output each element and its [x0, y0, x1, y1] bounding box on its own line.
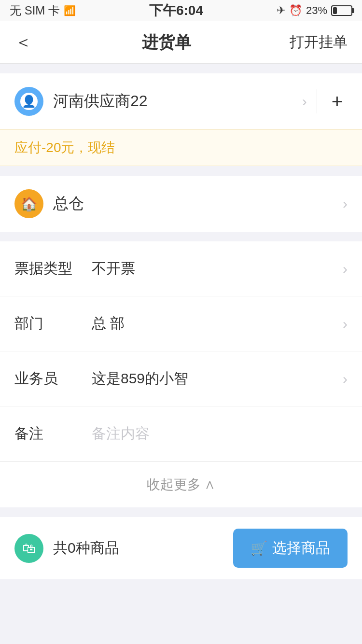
remark-label: 备注 [14, 424, 82, 444]
status-right: ✈ ⏰ 23% [277, 4, 352, 17]
location-icon: ✈ [277, 4, 285, 17]
remark-input[interactable]: 备注内容 [92, 424, 348, 444]
supplier-row[interactable]: 👤 河南供应商22 › + [0, 73, 362, 129]
house-icon: 🏠 [21, 196, 38, 212]
vertical-divider [317, 89, 317, 113]
collapse-row[interactable]: 收起更多 ∧ [0, 462, 362, 507]
carrier-label: 无 SIM 卡 [10, 3, 60, 18]
status-left: 无 SIM 卡 📶 [10, 3, 76, 18]
dept-chevron-icon: › [343, 316, 348, 332]
salesman-row[interactable]: 业务员 这是859的小智 › [0, 351, 362, 406]
battery-icon [331, 5, 352, 16]
dept-row[interactable]: 部门 总 部 › [0, 296, 362, 351]
supplier-avatar: 👤 [14, 87, 43, 116]
invoice-label: 票据类型 [14, 259, 82, 279]
section-divider-4 [0, 507, 362, 517]
battery-percent: 23% [306, 4, 327, 17]
back-button[interactable]: ＜ [14, 30, 43, 54]
chevron-right-icon: › [302, 93, 307, 110]
supplier-section: 👤 河南供应商22 › + 应付-20元，现结 [0, 73, 362, 166]
salesman-chevron-icon: › [343, 371, 348, 387]
salesman-value: 这是859的小智 [92, 369, 343, 389]
avatar-inner: 👤 [20, 93, 38, 110]
form-section: 票据类型 不开票 › 部门 总 部 › 业务员 这是859的小智 › 备注 备注… [0, 241, 362, 507]
warehouse-section: 🏠 总仓 › [0, 176, 362, 232]
product-icon-wrap: 🛍 [14, 534, 43, 563]
salesman-label: 业务员 [14, 369, 82, 389]
status-bar: 无 SIM 卡 📶 下午6:04 ✈ ⏰ 23% [0, 0, 362, 21]
section-divider-2 [0, 166, 362, 176]
select-product-button[interactable]: 🛒 选择商品 [233, 529, 348, 568]
section-divider-1 [0, 64, 362, 73]
open-pending-button[interactable]: 打开挂单 [290, 32, 348, 52]
invoice-chevron-icon: › [343, 261, 348, 277]
warehouse-name: 总仓 [53, 193, 343, 214]
product-bag-icon: 🛍 [22, 540, 36, 556]
invoice-row[interactable]: 票据类型 不开票 › [0, 241, 362, 296]
dept-value: 总 部 [92, 314, 343, 334]
add-supplier-button[interactable]: + [327, 91, 348, 112]
notice-text: 应付-20元，现结 [14, 140, 115, 155]
notice-bar: 应付-20元，现结 [0, 129, 362, 166]
collapse-label: 收起更多 ∧ [147, 476, 216, 494]
status-time: 下午6:04 [149, 1, 203, 20]
page-title: 进货单 [142, 31, 191, 54]
wifi-icon: 📶 [64, 5, 76, 16]
warehouse-icon-wrap: 🏠 [14, 189, 43, 218]
nav-bar: ＜ 进货单 打开挂单 [0, 21, 362, 64]
alarm-icon: ⏰ [289, 4, 302, 17]
invoice-value: 不开票 [92, 259, 343, 279]
product-count: 共0种商品 [53, 538, 233, 558]
warehouse-chevron-icon: › [343, 196, 348, 212]
person-icon: 👤 [22, 95, 36, 108]
remark-row[interactable]: 备注 备注内容 [0, 406, 362, 462]
dept-label: 部门 [14, 314, 82, 334]
warehouse-row[interactable]: 🏠 总仓 › [0, 176, 362, 232]
product-bar: 🛍 共0种商品 🛒 选择商品 [0, 517, 362, 579]
cart-icon: 🛒 [251, 540, 267, 556]
section-divider-3 [0, 232, 362, 241]
supplier-name: 河南供应商22 [53, 91, 302, 112]
select-product-label: 选择商品 [272, 538, 330, 558]
